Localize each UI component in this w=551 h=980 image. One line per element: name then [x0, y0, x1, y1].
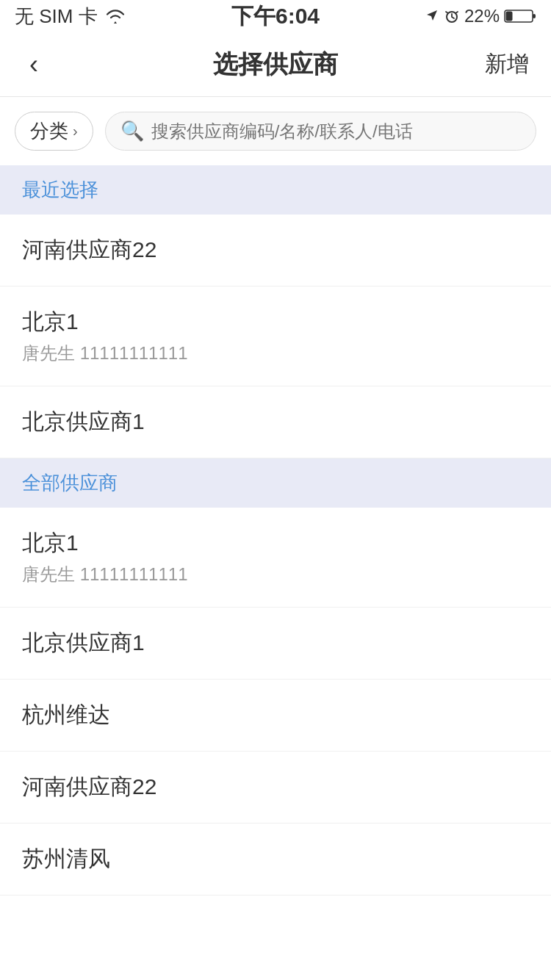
page-title: 选择供应商	[213, 48, 338, 82]
list-item[interactable]: 河南供应商22	[0, 752, 551, 824]
battery-icon	[504, 8, 536, 24]
list-item[interactable]: 河南供应商22	[0, 215, 551, 287]
list-item[interactable]: 北京供应商1	[0, 608, 551, 680]
search-box[interactable]: 🔍	[105, 112, 536, 151]
list-item[interactable]: 杭州维达	[0, 680, 551, 752]
status-left: 无 SIM 卡	[15, 4, 127, 29]
item-name: 北京供应商1	[22, 407, 529, 437]
item-name: 河南供应商22	[22, 772, 529, 802]
wifi-icon	[104, 8, 127, 24]
search-input[interactable]	[151, 121, 521, 142]
status-time: 下午6:04	[231, 1, 320, 32]
status-bar: 无 SIM 卡 下午6:04 22%	[0, 0, 551, 32]
battery-text: 22%	[464, 6, 500, 26]
item-name: 河南供应商22	[22, 235, 529, 265]
item-name: 北京供应商1	[22, 628, 529, 658]
all-section-header: 全部供应商	[0, 458, 551, 508]
new-action-button[interactable]: 新增	[485, 49, 529, 79]
item-sub: 唐先生 11111111111	[22, 342, 529, 365]
chevron-icon: ›	[73, 123, 78, 140]
filter-bar: 分类 › 🔍	[0, 97, 551, 165]
list-item[interactable]: 北京1唐先生 11111111111	[0, 508, 551, 608]
search-icon: 🔍	[120, 120, 144, 143]
svg-rect-3	[506, 12, 513, 21]
item-name: 北京1	[22, 528, 529, 558]
svg-rect-2	[533, 14, 536, 18]
recent-list: 河南供应商22北京1唐先生 11111111111北京供应商1	[0, 215, 551, 458]
location-icon	[425, 8, 439, 24]
list-item[interactable]: 北京供应商1	[0, 386, 551, 458]
category-label: 分类	[30, 118, 68, 144]
nav-bar: ‹ 选择供应商 新增	[0, 32, 551, 97]
all-section-label: 全部供应商	[22, 472, 118, 494]
carrier-label: 无 SIM 卡	[15, 4, 98, 29]
all-list: 北京1唐先生 11111111111北京供应商1杭州维达河南供应商22苏州清风	[0, 508, 551, 896]
alarm-icon	[444, 8, 460, 24]
recent-section-header: 最近选择	[0, 165, 551, 215]
recent-section-label: 最近选择	[22, 179, 98, 201]
back-button[interactable]: ‹	[22, 42, 46, 87]
category-filter[interactable]: 分类 ›	[15, 112, 93, 151]
item-name: 苏州清风	[22, 844, 529, 874]
item-sub: 唐先生 11111111111	[22, 563, 529, 586]
list-item[interactable]: 苏州清风	[0, 824, 551, 896]
list-item[interactable]: 北京1唐先生 11111111111	[0, 287, 551, 386]
item-name: 北京1	[22, 307, 529, 337]
item-name: 杭州维达	[22, 700, 529, 730]
status-right: 22%	[425, 6, 536, 26]
